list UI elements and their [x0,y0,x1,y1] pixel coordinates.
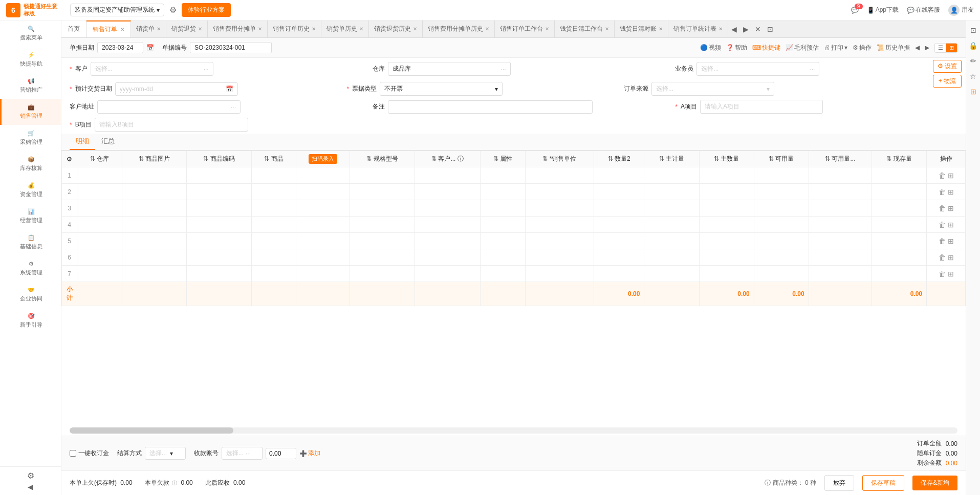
order-number-input[interactable]: SO-20230324-001 [190,42,272,53]
tab-fee-history[interactable]: 销售费用分摊单历史 ✕ [423,20,495,38]
settings-icon[interactable]: ⚙ [169,5,177,15]
sidebar-item-basicinfo[interactable]: 📋 基础信息 [0,229,61,255]
right-icon-4[interactable]: ☆ [968,71,979,82]
delete-icon[interactable]: 🗑 [939,188,946,196]
col-product[interactable]: ⇅ 商品 [251,151,296,167]
right-icon-5[interactable]: ⊞ [968,86,979,97]
sidebar-item-system[interactable]: ⚙ 系统管理 [0,255,61,282]
tab-cash-reconcile[interactable]: 钱货日清对账 ✕ [615,20,668,38]
tab-close-4[interactable]: ✕ [258,26,262,32]
tab-expand-btn[interactable]: ⊡ [764,25,776,33]
tab-out-history[interactable]: 销货单历史 ✕ [321,20,369,38]
delete-icon[interactable]: 🗑 [939,204,946,212]
profit-btn[interactable]: 📈毛利预估 [786,44,819,52]
tab-close-3[interactable]: ✕ [198,26,202,32]
history-btn[interactable]: 📜历史单据 [877,44,910,52]
tab-close-12[interactable]: ✕ [718,26,723,32]
tab-cash-workbench[interactable]: 钱货日清工作台 ✕ [555,20,615,38]
calendar-icon[interactable]: 📅 [146,44,154,51]
tab-workbench[interactable]: 销售订单工作台 ✕ [495,20,555,38]
address-input[interactable]: ··· [97,100,241,114]
sidebar-item-enterprise[interactable]: 🤝 企业协同 [0,282,61,308]
sidebar-item-inventory[interactable]: 📦 库存核算 [0,151,61,177]
col-qty2[interactable]: ⇅ 数量2 [594,151,644,167]
copy-icon[interactable]: ⊞ [948,237,954,245]
tab-stats[interactable]: 销售订单统计表 ✕ [668,20,728,38]
tab-close-10[interactable]: ✕ [605,26,609,32]
tab-close-2[interactable]: ✕ [157,26,161,32]
tab-close-9[interactable]: ✕ [545,26,549,32]
add-payment-btn[interactable]: ➕ 添加 [299,449,320,458]
b-project-input[interactable]: 请输入B项目 [95,118,248,132]
copy-icon[interactable]: ⊞ [948,253,954,262]
order-source-input[interactable]: 选择... ▾ [651,82,774,96]
sidebar-collapse-btn[interactable]: ◀ [0,483,61,491]
tab-sales-out[interactable]: 销货单 ✕ [131,20,166,38]
logistics-btn[interactable]: + 物流 [933,75,962,88]
nav-prev-btn[interactable]: ◀ [915,44,920,51]
col-code[interactable]: ⇅ 商品编码 [187,151,251,167]
tab-return[interactable]: 销货退货 ✕ [166,20,208,38]
right-icon-2[interactable]: 🔒 [968,40,979,51]
app-selector[interactable]: 装备及固定资产辅助管理系统 ▾ [70,4,164,16]
delete-icon[interactable]: 🗑 [939,253,946,262]
amount-input[interactable]: 0.00 [266,448,296,459]
remark-input[interactable] [388,100,593,114]
customer-input[interactable]: 选择... ··· [91,62,213,76]
list-view-btn[interactable]: ☰ [935,44,946,52]
delete-icon[interactable]: 🗑 [939,171,946,180]
col-customer-code[interactable]: ⇅ 客户... ⓘ [415,151,481,167]
copy-icon[interactable]: ⊞ [948,270,954,278]
date-input[interactable]: 2023-03-24 [97,42,143,53]
delivery-input[interactable]: yyyy-mm-dd 📅 [115,82,238,96]
grid-view-btn[interactable]: ⊞ [946,44,957,52]
delete-icon[interactable]: 🗑 [939,237,946,245]
tab-close-sales-order[interactable]: ✕ [120,27,124,32]
sidebar-item-sales[interactable]: 💼 销售管理 [0,99,61,125]
col-current[interactable]: ⇅ 现存量 [872,151,926,167]
nav-next-btn[interactable]: ▶ [925,44,929,51]
delete-icon[interactable]: 🗑 [939,270,946,278]
a-project-input[interactable]: 请输入A项目 [700,100,823,114]
save-new-button[interactable]: 保存&新增 [912,476,957,490]
discard-button[interactable]: 放弃 [824,475,854,491]
operation-btn[interactable]: ⚙操作 [853,44,872,52]
col-spec[interactable]: ⇅ 规格型号 [350,151,415,167]
calendar-icon-2[interactable]: 📅 [226,85,233,93]
col-gear[interactable]: ⚙ [62,151,77,167]
tab-close-11[interactable]: ✕ [659,26,663,32]
tab-close-5[interactable]: ✕ [312,26,316,32]
sidebar-item-quicknav[interactable]: ⚡ 快捷导航 [0,47,61,73]
help-btn[interactable]: ❓帮助 [726,44,747,52]
copy-icon[interactable]: ⊞ [948,171,954,180]
tab-return-history[interactable]: 销货退货历史 ✕ [369,20,423,38]
sidebar-item-purchase[interactable]: 🛒 采购管理 [0,125,61,151]
col-attr[interactable]: ⇅ 属性 [481,151,526,167]
copy-icon[interactable]: ⊞ [948,188,954,196]
tab-summary[interactable]: 汇总 [95,134,121,150]
sidebar-item-marketing[interactable]: 📢 营销推广 [0,73,61,99]
print-btn[interactable]: 🖨打印▾ [824,44,847,52]
col-main-qty[interactable]: ⇅ 主数量 [699,151,754,167]
user-avatar[interactable]: 👤 用友 [948,5,974,16]
tab-sales-order[interactable]: 销售订单 ✕ [86,20,131,38]
col-avail[interactable]: ⇅ 可用量 [754,151,809,167]
app-download-link[interactable]: 📱 App下载 [867,6,899,14]
tab-detail[interactable]: 明细 [70,134,95,150]
warehouse-input[interactable]: 成品库 ··· [388,62,511,76]
delete-icon[interactable]: 🗑 [939,221,946,229]
right-icon-1[interactable]: ⊡ [968,25,979,36]
sidebar-settings-btn[interactable]: ⚙ [0,471,61,481]
tab-close-6[interactable]: ✕ [359,26,363,32]
shortcut-btn[interactable]: ⌨快捷键 [752,44,780,52]
col-main-unit[interactable]: ⇅ 主计量 [644,151,699,167]
sidebar-item-search[interactable]: 🔍 搜索菜单 [0,20,61,47]
col-warehouse[interactable]: ⇅ 仓库 [77,151,122,167]
save-draft-button[interactable]: 保存草稿 [862,475,904,491]
one-click-checkbox[interactable]: 一键收订金 [70,449,109,458]
message-icon[interactable]: 💬 9 [851,7,859,14]
account-select[interactable]: 选择... ··· [222,447,263,460]
tab-next-btn[interactable]: ▶ [740,25,752,33]
invoice-select[interactable]: 不开票 ▾ [380,82,503,96]
salesperson-input[interactable]: 选择... ··· [696,62,819,76]
